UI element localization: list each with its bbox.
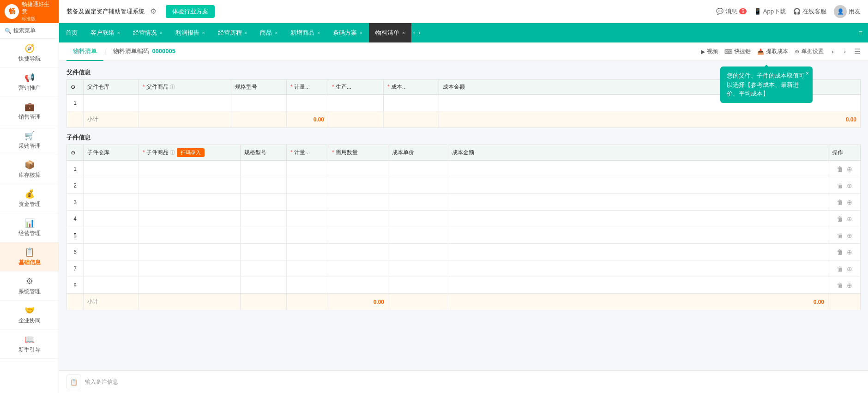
child-row-4-cost-amount[interactable] xyxy=(448,211,828,227)
child-row-2-product[interactable] xyxy=(139,177,241,194)
sidebar-item-inventory[interactable]: 📦 库存核算 xyxy=(0,155,59,184)
sub-header-nav-next[interactable]: › xyxy=(842,48,848,55)
copy-icon-1[interactable]: ⊕ xyxy=(847,165,852,173)
child-row-8-unit[interactable] xyxy=(287,277,328,294)
sidebar-item-guide[interactable]: 📖 新手引导 xyxy=(0,330,59,359)
delete-icon-6[interactable]: 🗑 xyxy=(837,248,843,256)
tab-customer[interactable]: 客户联络 × xyxy=(84,23,127,42)
nav-prev-arrow[interactable]: ‹ xyxy=(411,30,417,36)
child-row-2-warehouse[interactable] xyxy=(84,177,139,194)
copy-icon-6[interactable]: ⊕ xyxy=(847,248,852,256)
child-row-6-quantity[interactable] xyxy=(328,244,388,260)
tab-products-close[interactable]: × xyxy=(275,30,277,36)
child-row-8-warehouse[interactable] xyxy=(84,277,139,294)
copy-icon-3[interactable]: ⊕ xyxy=(847,199,852,206)
sub-header-nav-prev[interactable]: ‹ xyxy=(830,48,836,55)
tab-operations-history[interactable]: 经营历程 × xyxy=(211,23,254,42)
child-row-2-unit-cost[interactable] xyxy=(388,177,448,194)
child-row-1-spec[interactable] xyxy=(241,161,287,177)
shortcut-item[interactable]: ⌨ 快捷键 xyxy=(724,48,751,55)
copy-icon-4[interactable]: ⊕ xyxy=(847,215,852,223)
child-row-3-product[interactable] xyxy=(139,194,241,211)
parent-th-gear[interactable]: ⚙ xyxy=(67,80,84,95)
child-row-2-cost-amount[interactable] xyxy=(448,177,828,194)
tab-operations-history-close[interactable]: × xyxy=(245,30,247,36)
child-row-5-cost-amount[interactable] xyxy=(448,227,828,244)
nav-next-arrow[interactable]: › xyxy=(417,30,422,36)
sidebar-search[interactable]: 🔍 搜索菜单 xyxy=(0,23,59,39)
scan-button[interactable]: 扫码录入 xyxy=(177,148,205,157)
tab-profit-close[interactable]: × xyxy=(202,30,205,36)
tab-operations-status[interactable]: 经营情况 × xyxy=(127,23,169,42)
child-row-1-unit-cost[interactable] xyxy=(388,161,448,177)
tooltip-close-btn[interactable]: × xyxy=(806,69,809,78)
child-product-info-icon[interactable]: ⓘ xyxy=(170,150,175,155)
delete-icon-2[interactable]: 🗑 xyxy=(837,182,843,189)
sidebar-item-purchase[interactable]: 🛒 采购管理 xyxy=(0,126,59,155)
copy-icon-8[interactable]: ⊕ xyxy=(847,282,852,289)
child-row-7-product[interactable] xyxy=(139,260,241,277)
app-download-item[interactable]: 📱 App下载 xyxy=(754,7,786,16)
child-row-1-unit[interactable] xyxy=(287,161,328,177)
nav-close-all[interactable]: ≡ xyxy=(853,29,868,36)
extract-cost-item[interactable]: 📥 提取成本 xyxy=(757,48,788,55)
sub-tab-bom-code[interactable]: 物料清单编码 0000005 xyxy=(107,42,182,61)
tab-barcode-close[interactable]: × xyxy=(360,30,362,36)
child-row-8-cost-amount[interactable] xyxy=(448,277,828,294)
topbar-gear-icon[interactable]: ⚙ xyxy=(150,7,157,16)
tab-products[interactable]: 商品 × xyxy=(253,23,284,42)
tab-barcode[interactable]: 条码方案 × xyxy=(326,23,369,42)
delete-icon-4[interactable]: 🗑 xyxy=(837,215,843,223)
tab-home[interactable]: 首页 xyxy=(59,23,84,42)
child-row-1-cost-amount[interactable] xyxy=(448,161,828,177)
tab-bom-close[interactable]: × xyxy=(402,30,405,36)
parent-row-1-product[interactable] xyxy=(139,95,231,111)
child-th-gear[interactable]: ⚙ xyxy=(67,145,84,161)
parent-row-1-spec[interactable] xyxy=(231,95,287,111)
child-row-5-spec[interactable] xyxy=(241,227,287,244)
copy-icon-5[interactable]: ⊕ xyxy=(847,232,852,239)
child-row-3-quantity[interactable] xyxy=(328,194,388,211)
child-row-3-spec[interactable] xyxy=(241,194,287,211)
delete-icon-3[interactable]: 🗑 xyxy=(837,199,843,206)
copy-icon-7[interactable]: ⊕ xyxy=(847,265,852,272)
sidebar-item-system[interactable]: ⚙ 系统管理 xyxy=(0,272,59,301)
child-row-7-unit[interactable] xyxy=(287,260,328,277)
child-row-2-spec[interactable] xyxy=(241,177,287,194)
child-row-2-unit[interactable] xyxy=(287,177,328,194)
child-row-4-unit-cost[interactable] xyxy=(388,211,448,227)
child-row-4-product[interactable] xyxy=(139,211,241,227)
child-row-7-unit-cost[interactable] xyxy=(388,260,448,277)
user-item[interactable]: 👤 用友 xyxy=(834,5,861,18)
sub-tab-bom-list[interactable]: 物料清单 xyxy=(66,42,103,61)
child-row-8-spec[interactable] xyxy=(241,277,287,294)
child-row-5-product[interactable] xyxy=(139,227,241,244)
child-row-6-spec[interactable] xyxy=(241,244,287,260)
child-row-3-cost-amount[interactable] xyxy=(448,194,828,211)
child-row-5-unit[interactable] xyxy=(287,227,328,244)
tab-customer-close[interactable]: × xyxy=(117,30,120,36)
view-video-item[interactable]: ▶ 视频 xyxy=(701,48,718,55)
sidebar-item-collab[interactable]: 🤝 企业协同 xyxy=(0,301,59,330)
delete-icon-5[interactable]: 🗑 xyxy=(837,232,843,239)
child-row-1-product[interactable] xyxy=(139,161,241,177)
tab-profit-report[interactable]: 利润报告 × xyxy=(169,23,211,42)
tab-bom[interactable]: 物料清单 × xyxy=(369,23,411,42)
child-row-7-spec[interactable] xyxy=(241,260,287,277)
child-row-8-product[interactable] xyxy=(139,277,241,294)
parent-row-1-warehouse[interactable] xyxy=(84,95,139,111)
tab-new-product-close[interactable]: × xyxy=(317,30,320,36)
child-row-4-unit[interactable] xyxy=(287,211,328,227)
sub-header-expand[interactable]: ☰ xyxy=(854,47,861,56)
child-row-6-unit[interactable] xyxy=(287,244,328,260)
child-row-3-unit[interactable] xyxy=(287,194,328,211)
child-row-8-unit-cost[interactable] xyxy=(388,277,448,294)
trial-button[interactable]: 体验行业方案 xyxy=(166,5,215,18)
parent-row-1-unit[interactable] xyxy=(287,95,328,111)
message-item[interactable]: 💬 消息 6 xyxy=(716,7,747,16)
child-row-1-quantity[interactable] xyxy=(328,161,388,177)
child-row-4-spec[interactable] xyxy=(241,211,287,227)
child-row-4-warehouse[interactable] xyxy=(84,211,139,227)
child-row-5-unit-cost[interactable] xyxy=(388,227,448,244)
child-row-6-warehouse[interactable] xyxy=(84,244,139,260)
